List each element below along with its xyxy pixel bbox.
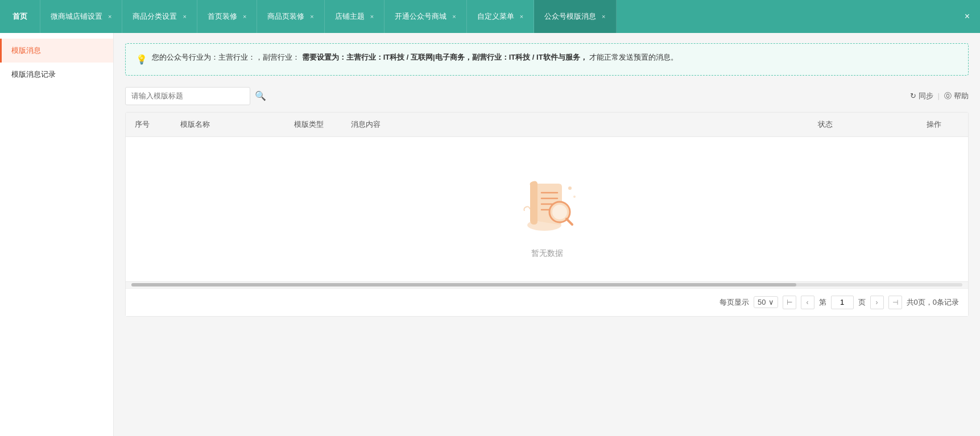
close-open-mall-icon[interactable]: × xyxy=(452,13,456,20)
th-action: 操作 xyxy=(900,113,968,136)
notice-text-after: 才能正常发送预置的消息。 xyxy=(589,53,678,61)
sync-icon: ↻ xyxy=(910,92,916,100)
data-table: 序号 模版名称 模版类型 消息内容 状态 操作 xyxy=(125,112,969,317)
search-button[interactable]: 🔍 xyxy=(255,90,266,101)
help-button[interactable]: ⓪ 帮助 xyxy=(944,91,969,101)
empty-icon xyxy=(513,171,581,239)
tab-template-msg-label: 公众号模版消息 xyxy=(544,11,596,22)
search-input[interactable] xyxy=(125,87,250,105)
tab-product-category-label: 商品分类设置 xyxy=(133,11,177,22)
svg-line-7 xyxy=(567,219,572,225)
close-all-tabs-button[interactable]: × xyxy=(954,0,980,33)
tab-home[interactable]: 首页 xyxy=(0,0,40,33)
search-icon: 🔍 xyxy=(255,91,266,101)
table-header: 序号 模版名称 模版类型 消息内容 状态 操作 xyxy=(126,113,968,137)
th-content: 消息内容 xyxy=(342,113,809,136)
th-name: 模版名称 xyxy=(171,113,285,136)
tab-shop-theme[interactable]: 店铺主题 × xyxy=(325,0,384,33)
page-size-select[interactable]: 50 ∨ xyxy=(754,296,778,308)
sidebar-item-template-msg-record[interactable]: 模版消息记录 xyxy=(0,63,113,86)
current-page-input[interactable] xyxy=(831,296,854,309)
sidebar-item-template-msg-label: 模版消息 xyxy=(11,46,41,55)
close-product-decorate-icon[interactable]: × xyxy=(310,13,313,20)
page-total: 共0页，0条记录 xyxy=(907,297,959,308)
horizontal-scrollbar[interactable] xyxy=(126,281,968,288)
tab-wshop-settings-label: 微商城店铺设置 xyxy=(51,11,102,22)
divider: | xyxy=(938,92,940,100)
tab-custom-menu-label: 自定义菜单 xyxy=(477,11,514,22)
tab-shop-theme-label: 店铺主题 xyxy=(335,11,365,22)
th-status: 状态 xyxy=(809,113,900,136)
search-right: ↻ 同步 | ⓪ 帮助 xyxy=(910,91,969,101)
notice-highlight: 需要设置为：主营行业：IT科技 / 互联网|电子商务，副营行业：IT科技 / I… xyxy=(302,53,588,61)
tab-product-decorate[interactable]: 商品页装修 × xyxy=(257,0,324,33)
sync-label: 同步 xyxy=(919,91,933,101)
first-page-button[interactable]: ⊢ xyxy=(783,296,796,309)
page-size-value: 50 xyxy=(758,298,766,306)
tab-product-category[interactable]: 商品分类设置 × xyxy=(122,0,197,33)
tab-product-decorate-label: 商品页装修 xyxy=(267,11,304,22)
tab-wshop-settings[interactable]: 微商城店铺设置 × xyxy=(40,0,122,33)
topbar: 首页 微商城店铺设置 × 商品分类设置 × 首页装修 × 商品页装修 × 店铺主… xyxy=(0,0,980,33)
svg-point-6 xyxy=(552,205,567,219)
tab-open-mall[interactable]: 开通公众号商城 × xyxy=(384,0,466,33)
close-product-category-icon[interactable]: × xyxy=(183,13,186,20)
sync-button[interactable]: ↻ 同步 xyxy=(910,91,933,101)
scroll-thumb xyxy=(131,283,796,286)
sidebar: 模版消息 模版消息记录 xyxy=(0,33,114,436)
close-custom-menu-icon[interactable]: × xyxy=(520,13,523,20)
close-home-decorate-icon[interactable]: × xyxy=(243,13,246,20)
help-label: 帮助 xyxy=(954,91,969,101)
tab-home-label: 首页 xyxy=(13,11,27,22)
pagination: 每页显示 50 ∨ ⊢ ‹ 第 页 › ⊣ 共0页，0条记录 xyxy=(126,288,968,316)
prev-page-button[interactable]: ‹ xyxy=(801,296,814,309)
search-left: 🔍 xyxy=(125,87,266,105)
empty-text: 暂无数据 xyxy=(531,248,563,259)
tab-home-decorate[interactable]: 首页装修 × xyxy=(197,0,257,33)
close-wshop-settings-icon[interactable]: × xyxy=(108,13,111,20)
help-icon: ⓪ xyxy=(944,91,952,101)
notice-text-before: 您的公众号行业为：主营行业：，副营行业： xyxy=(152,53,300,61)
bulb-icon: 💡 xyxy=(136,52,147,67)
close-shop-theme-icon[interactable]: × xyxy=(370,13,374,20)
empty-state: 暂无数据 xyxy=(126,137,968,281)
svg-point-9 xyxy=(573,196,576,198)
page-prefix: 第 xyxy=(819,297,826,308)
last-page-button[interactable]: ⊣ xyxy=(888,296,902,309)
tab-open-mall-label: 开通公众号商城 xyxy=(395,11,446,22)
close-template-msg-icon[interactable]: × xyxy=(602,13,605,20)
notice-text: 您的公众号行业为：主营行业：，副营行业： 需要设置为：主营行业：IT科技 / 互… xyxy=(152,52,678,64)
page-size-label: 每页显示 xyxy=(720,297,749,308)
tab-home-decorate-label: 首页装修 xyxy=(208,11,237,22)
notice-box: 💡 您的公众号行业为：主营行业：，副营行业： 需要设置为：主营行业：IT科技 /… xyxy=(125,43,969,76)
chevron-down-icon: ∨ xyxy=(768,298,774,306)
sidebar-item-template-msg-record-label: 模版消息记录 xyxy=(11,70,56,78)
tab-template-msg[interactable]: 公众号模版消息 × xyxy=(534,0,616,33)
main-layout: 模版消息 模版消息记录 💡 您的公众号行业为：主营行业：，副营行业： 需要设置为… xyxy=(0,33,980,436)
sidebar-item-template-msg[interactable]: 模版消息 xyxy=(0,39,113,63)
svg-point-8 xyxy=(568,186,572,190)
th-seq: 序号 xyxy=(126,113,171,136)
tab-custom-menu[interactable]: 自定义菜单 × xyxy=(467,0,534,33)
th-type: 模版类型 xyxy=(285,113,342,136)
scroll-track xyxy=(131,283,962,286)
main-content: 💡 您的公众号行业为：主营行业：，副营行业： 需要设置为：主营行业：IT科技 /… xyxy=(114,33,980,436)
search-bar: 🔍 ↻ 同步 | ⓪ 帮助 xyxy=(125,87,969,105)
next-page-button[interactable]: › xyxy=(870,296,884,309)
close-all-icon: × xyxy=(965,11,970,22)
page-unit: 页 xyxy=(858,297,866,308)
